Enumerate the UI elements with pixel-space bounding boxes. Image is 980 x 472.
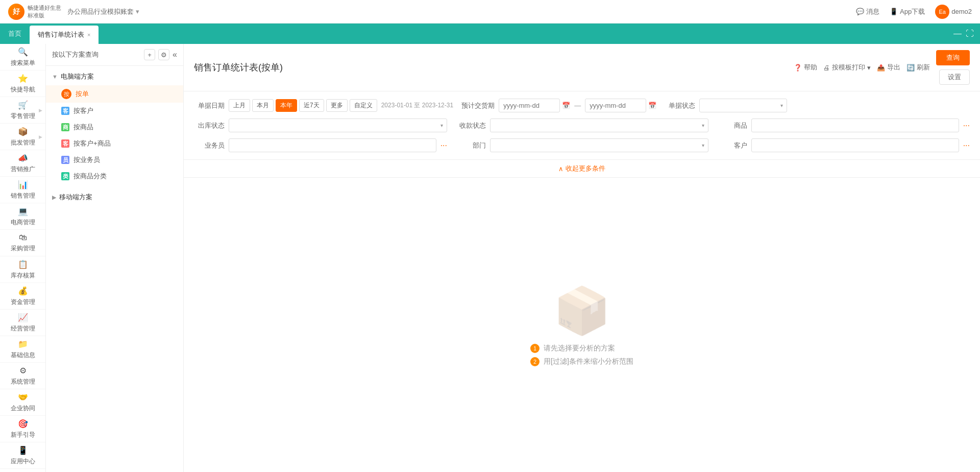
filter-customer-cell: 客户 ··· [717,138,970,152]
sidebar-item-wholesale[interactable]: 📦 批发管理 [0,124,45,150]
date-btn-group: 上月 本月 本年 近7天 更多 自定义 [229,99,377,112]
sidebar-item-ecommerce[interactable]: 💻 电商管理 [0,203,45,230]
solution-group-pc[interactable]: ▼ 电脑端方案 [46,68,183,85]
page-wrapper: 按以下方案查询 + ⚙ « ▼ 电脑端方案 按 按单 客 按客户 [46,44,980,472]
sidebar-retail-label: 零售管理 [11,112,35,121]
salesperson-input[interactable] [229,138,436,152]
refresh-btn[interactable]: 🔄 刷新 [906,63,930,72]
custom-btn[interactable]: 自定义 [350,99,377,112]
left-panel-title: 按以下方案查询 [52,50,99,59]
tab-expand-btn[interactable]: ⛶ [966,29,974,38]
sidebar-item-sales[interactable]: 📊 销售管理 [0,177,45,203]
sidebar-item-search[interactable]: 🔍 搜索菜单 [0,44,45,70]
collapse-panel-btn[interactable]: « [173,50,177,59]
empty-hint: 1 请先选择要分析的方案 2 用[过滤]条件来缩小分析范围 [530,344,633,366]
collapse-filter-btn[interactable]: ∧ 收起更多条件 [558,164,605,173]
sidebar-item-finance[interactable]: 💰 资金管理 [0,283,45,310]
goods-dots-btn[interactable]: ··· [963,121,970,130]
pc-group-label: 电脑端方案 [61,72,94,81]
sidebar-item-quick-nav[interactable]: ⭐ 快捷导航 [0,70,45,97]
goods-label: 商品 [717,121,747,130]
solution-item-by-goods[interactable]: 商 按商品 [46,119,183,135]
download-icon: 📱 [890,8,898,15]
system-icon: ⚙ [19,366,27,375]
delivery-select-wrap: ▾ [229,119,447,132]
goods-input[interactable] [751,119,959,132]
sidebar-item-retail[interactable]: 🛒 零售管理 [0,97,45,124]
left-panel-actions: + ⚙ « [144,49,177,60]
last-month-btn[interactable]: 上月 [229,99,250,112]
solution-item-by-staff[interactable]: 员 按业务员 [46,152,183,168]
sidebar-item-enterprise[interactable]: 🤝 企业协同 [0,389,45,416]
download-btn[interactable]: 📱 App下载 [890,7,925,16]
solution-item-by-customer-label: 按客户 [74,106,93,115]
expected-date-end-group: 📅 [585,99,656,112]
sidebar-item-app-center[interactable]: 📱 应用中心 [0,442,45,469]
sidebar-item-system[interactable]: ⚙ 系统管理 [0,363,45,389]
customer-dots-btn[interactable]: ··· [963,141,970,150]
mobile-group-arrow: ▶ [52,194,56,201]
staff-scheme-icon: 员 [61,156,69,164]
user-area[interactable]: Ea demo2 [935,5,972,19]
tab-home[interactable]: 首页 [0,23,30,44]
print-btn[interactable]: 🖨 按模板打印 ▾ [823,63,871,72]
department-select[interactable] [490,138,708,152]
search-icon: 🔍 [18,47,28,57]
sidebar-item-wx[interactable]: 💬 企业微信 [0,469,45,472]
retail-icon: 🛒 [18,100,28,110]
top-title-arrow[interactable]: ▾ [136,8,139,15]
export-btn[interactable]: 📤 导出 [877,63,900,72]
help-btn[interactable]: ❓ 帮助 [794,63,817,72]
tab-sales-order[interactable]: 销售订单统计表 × [30,26,99,44]
last7days-btn[interactable]: 近7天 [299,99,324,112]
solution-item-by-customer[interactable]: 客 按客户 [46,103,183,119]
sidebar-item-marketing[interactable]: 📣 营销推广 [0,150,45,177]
base-icon: 📁 [18,339,28,349]
settings-btn[interactable]: 设置 [939,69,970,85]
app-center-icon: 📱 [18,445,28,455]
right-panel: 销售订单统计表(按单) ❓ 帮助 🖨 按模板打印 ▾ 📤 导出 [184,44,980,472]
wholesale-icon: 📦 [18,127,28,136]
filter-bill-status-cell: 单据状态 ▾ [665,99,787,112]
sidebar-item-inventory[interactable]: 📋 库存核算 [0,256,45,283]
collapse-chevron-icon: ∧ [558,165,564,173]
solution-item-by-staff-label: 按业务员 [74,155,100,164]
query-btn[interactable]: 查询 [936,50,970,65]
empty-hint-1: 1 请先选择要分析的方案 [530,344,633,353]
this-year-btn[interactable]: 本年 [276,99,297,112]
salesperson-dots-btn[interactable]: ··· [440,141,447,150]
solution-item-by-category[interactable]: 类 按商品分类 [46,168,183,184]
expected-date-start-input[interactable] [499,99,560,112]
top-bar: 好 畅捷通好生意 标准版 办公用品行业模拟账套 ▾ 💬 消息 📱 App下载 E… [0,0,980,23]
customer-scheme-icon: 客 [61,107,69,115]
sidebar-item-purchase[interactable]: 🛍 采购管理 [0,230,45,256]
more-btn[interactable]: 更多 [326,99,348,112]
solution-group-mobile[interactable]: ▶ 移动端方案 [46,188,183,206]
sidebar-newbie-label: 新手引导 [11,431,35,439]
add-scheme-btn[interactable]: + [144,49,155,60]
solution-section-mobile: ▶ 移动端方案 [46,186,183,208]
customer-input[interactable] [751,138,959,152]
this-month-btn[interactable]: 本月 [252,99,274,112]
expected-date-end-input[interactable] [585,99,646,112]
calendar-end-icon[interactable]: 📅 [648,102,656,109]
date-range-text: 2023-01-01 至 2023-12-31 [381,101,453,110]
tab-close-btn[interactable]: × [87,32,90,38]
tab-minimize-btn[interactable]: — [953,29,962,38]
calendar-start-icon[interactable]: 📅 [562,102,570,109]
solution-item-by-cg[interactable]: 客 按客户+商品 [46,135,183,152]
sidebar-item-operation[interactable]: 📈 经营管理 [0,310,45,336]
sidebar-operation-label: 经营管理 [11,324,35,333]
message-btn[interactable]: 💬 消息 [856,7,879,16]
sidebar-item-base[interactable]: 📁 基础信息 [0,336,45,363]
tab-sales-order-label: 销售订单统计表 [38,30,84,39]
sidebar-item-newbie[interactable]: 🎯 新手引导 [0,416,45,442]
empty-hint-2-text: 用[过滤]条件来缩小分析范围 [544,357,633,366]
solution-item-by-order[interactable]: 按 按单 [46,85,183,103]
settings-scheme-btn[interactable]: ⚙ [158,49,169,60]
payment-status-select[interactable] [490,119,708,132]
left-panel: 按以下方案查询 + ⚙ « ▼ 电脑端方案 按 按单 客 按客户 [46,44,184,472]
delivery-status-select[interactable] [229,119,447,132]
bill-status-select[interactable] [699,99,787,112]
main-layout: 🔍 搜索菜单 ⭐ 快捷导航 🛒 零售管理 📦 批发管理 📣 营销推广 📊 销售管… [0,44,980,472]
